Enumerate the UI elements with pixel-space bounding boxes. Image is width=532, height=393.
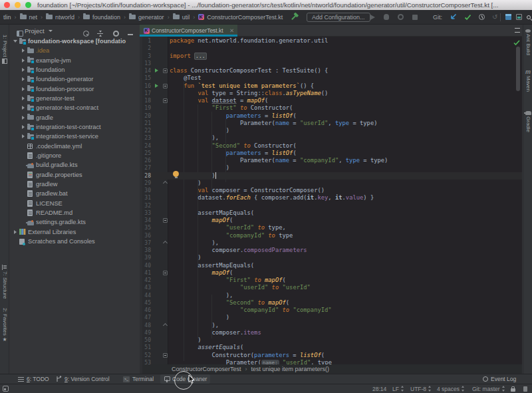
tool-button-todo[interactable]: 6: TODO bbox=[18, 374, 49, 384]
editor-scrollbar[interactable] bbox=[516, 47, 520, 91]
tree-item[interactable]: Scratches and Consoles bbox=[9, 237, 140, 246]
status-lf[interactable]: LF bbox=[392, 384, 404, 393]
folded-imports[interactable]: ... bbox=[194, 53, 206, 60]
code-line[interactable]: 50 ) bbox=[142, 336, 522, 344]
code-line[interactable]: 52 Constructor(parameters = listOf( bbox=[142, 352, 522, 359]
run-test-gutter-icon[interactable] bbox=[155, 84, 158, 88]
code-line[interactable]: 43 "userId" to "userId" bbox=[142, 284, 522, 291]
code-line[interactable]: 20 parameters = listOf( bbox=[142, 112, 522, 120]
code-line[interactable]: 41 mapOf( bbox=[142, 269, 522, 277]
tree-item[interactable]: foundation-processor bbox=[9, 84, 140, 94]
code-line[interactable]: 15 @Test bbox=[142, 74, 522, 82]
run-test-gutter-icon[interactable] bbox=[155, 68, 158, 72]
code-line[interactable]: 22 ) bbox=[142, 127, 522, 134]
tree-item[interactable]: settings.gradle.kts bbox=[9, 217, 140, 227]
fold-collapse-icon[interactable] bbox=[163, 98, 168, 103]
tree-item[interactable]: External Libraries bbox=[9, 227, 140, 237]
project-panel-title[interactable]: Project bbox=[25, 27, 45, 35]
lock-icon[interactable] bbox=[511, 384, 515, 393]
tree-item[interactable]: gradle.properties bbox=[9, 170, 140, 180]
inspections-ok-icon[interactable] bbox=[513, 37, 520, 43]
fold-end-icon[interactable] bbox=[163, 323, 168, 328]
code-line[interactable]: 19 "First" to Constructor( bbox=[142, 104, 522, 112]
code-line[interactable]: 39 ) bbox=[142, 254, 522, 261]
code-line[interactable]: 1package net.ntworld.foundation.generato… bbox=[142, 37, 522, 45]
code-line[interactable]: 25 parameters = listOf( bbox=[142, 150, 522, 157]
history-icon[interactable] bbox=[479, 14, 485, 20]
fold-collapse-icon[interactable] bbox=[163, 84, 168, 88]
fold-end-icon[interactable] bbox=[163, 181, 168, 186]
nav-crumb-ntworld[interactable]: ntworld bbox=[46, 14, 74, 21]
code-line[interactable]: 18 val dataset = mapOf( bbox=[142, 97, 522, 104]
tool-stripe-maven[interactable]: mMaven bbox=[523, 69, 532, 92]
build-hammer-icon[interactable] bbox=[291, 10, 301, 24]
code-line[interactable]: 36 "companyId" to type bbox=[142, 232, 522, 239]
tree-item[interactable]: integration-test-contract bbox=[9, 122, 140, 132]
nav-crumb-generator[interactable]: generator bbox=[129, 14, 164, 21]
code-line[interactable]: 34 mapOf( bbox=[142, 217, 522, 224]
tree-item[interactable]: foundation-generator bbox=[9, 74, 140, 84]
code-line[interactable]: 32 bbox=[142, 202, 522, 209]
tree-right-arrow-icon[interactable] bbox=[19, 77, 27, 81]
tree-item[interactable]: build.gradle.kts bbox=[9, 160, 140, 170]
tool-stripe-project[interactable]: 1: Project bbox=[0, 35, 9, 64]
code-line[interactable]: 37 ), bbox=[142, 239, 522, 247]
tree-right-arrow-icon[interactable] bbox=[19, 116, 27, 120]
tree-right-arrow-icon[interactable] bbox=[19, 106, 27, 110]
tree-item[interactable]: foundation-workspace [foundatio bbox=[9, 37, 140, 46]
code-line[interactable]: 21 Parameter(name = "userId", type = typ… bbox=[142, 120, 522, 127]
code-line[interactable]: 35 "userId" to type, bbox=[142, 224, 522, 231]
tree-item[interactable]: .gitignore bbox=[9, 151, 140, 160]
tree-item[interactable]: .idea bbox=[9, 46, 140, 55]
breadcrumb-method[interactable]: test unique item parameters() bbox=[251, 366, 330, 372]
code-line[interactable]: 26 Parameter(name = "companyId", type = … bbox=[142, 157, 522, 164]
tree-item[interactable]: .codeclimate.yml bbox=[9, 142, 140, 151]
code-line[interactable]: 23 ), bbox=[142, 134, 522, 142]
nav-crumb-constructorcomposertestkt[interactable]: KConstructorComposerTest.kt bbox=[198, 14, 283, 21]
code-line[interactable]: 24 "Second" to Constructor( bbox=[142, 142, 522, 150]
code-line[interactable]: 38 composer.composedParameters bbox=[142, 247, 522, 254]
code-line[interactable]: 33 assertMapEquals( bbox=[142, 209, 522, 217]
event-log-button[interactable]: Event Log bbox=[483, 374, 516, 384]
tree-right-arrow-icon[interactable] bbox=[19, 59, 27, 63]
code-line[interactable]: 16 fun `test unique item parameters`() { bbox=[142, 82, 522, 90]
tree-item[interactable]: LICENSE bbox=[9, 199, 140, 208]
code-line[interactable]: 14class ConstructorComposerTest : TestSu… bbox=[142, 67, 522, 74]
code-line[interactable]: 46 "companyId" to "companyId" bbox=[142, 307, 522, 314]
tool-stripe-structure[interactable]: 7: Structure bbox=[0, 265, 9, 299]
tree-item[interactable]: generator-test-contract bbox=[9, 103, 140, 112]
status-gitmaster[interactable]: Git: master bbox=[472, 384, 505, 393]
tree-right-arrow-icon[interactable] bbox=[19, 96, 27, 100]
code-line[interactable]: 31 dataset.forEach { composer.add(it.key… bbox=[142, 194, 522, 201]
code-line[interactable]: 2 bbox=[142, 45, 522, 52]
scroll-doc-icon[interactable] bbox=[523, 384, 527, 393]
code-line[interactable]: 44 ), bbox=[142, 292, 522, 299]
tree-item[interactable]: integration-test-service bbox=[9, 132, 140, 141]
code-line[interactable]: 27 ) bbox=[142, 164, 522, 172]
code-line[interactable]: 42 "First" to mapOf( bbox=[142, 277, 522, 284]
tab-list-icon[interactable] bbox=[515, 28, 520, 33]
tree-item[interactable]: gradlew.bat bbox=[9, 189, 140, 198]
tree-right-arrow-icon[interactable] bbox=[11, 230, 19, 234]
fold-collapse-icon[interactable] bbox=[163, 271, 168, 275]
tree-item[interactable]: README.md bbox=[9, 208, 140, 217]
tree-item[interactable]: example-jvm bbox=[9, 56, 140, 65]
code-line[interactable]: 47 ) bbox=[142, 314, 522, 321]
status-2814[interactable]: 28:14 bbox=[372, 384, 386, 393]
tree-item[interactable]: foundation bbox=[9, 65, 140, 74]
tool-stripe-ant-build[interactable]: Ant Build bbox=[523, 28, 532, 55]
add-configuration-button[interactable]: Add Configuration... bbox=[307, 13, 370, 22]
toolwindow-toggle-icon[interactable] bbox=[3, 384, 9, 393]
nav-crumb-util[interactable]: util bbox=[173, 14, 190, 21]
fold-collapse-icon[interactable] bbox=[163, 218, 168, 223]
project-view-chevron-icon[interactable] bbox=[49, 30, 53, 32]
close-tab-icon[interactable]: ✕ bbox=[229, 27, 234, 34]
search-everywhere-icon[interactable] bbox=[527, 15, 531, 19]
fold-collapse-icon[interactable] bbox=[163, 68, 168, 73]
code-line[interactable]: 30 val composer = ConstructorComposer() bbox=[142, 187, 522, 194]
code-line[interactable]: 51 assertEquals( bbox=[142, 344, 522, 351]
tree-right-arrow-icon[interactable] bbox=[19, 87, 27, 91]
code-line[interactable]: 40 assertMapEquals( bbox=[142, 262, 522, 269]
git-update-icon[interactable] bbox=[450, 11, 457, 23]
maximize-window-button[interactable] bbox=[25, 2, 31, 8]
